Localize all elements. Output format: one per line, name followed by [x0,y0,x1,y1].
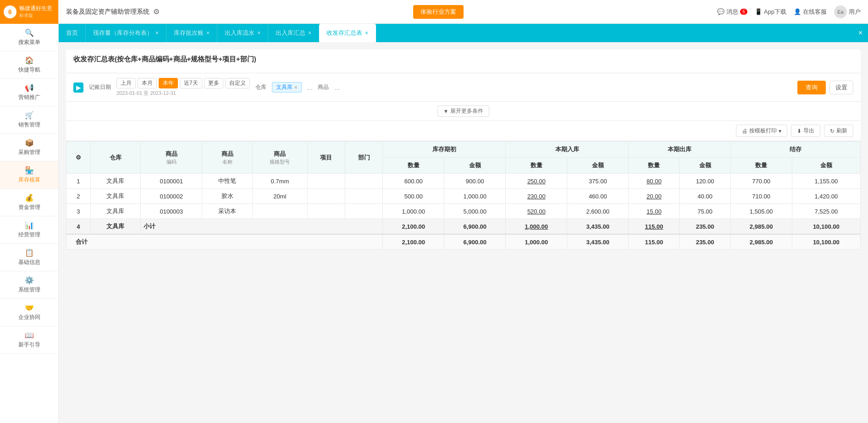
tab-close-recv-send[interactable]: × [365,30,368,36]
date-btn-custom[interactable]: 自定义 [225,78,250,88]
th-bal: 结存 [730,142,860,158]
filter-bar: ▶ 记账日期 上月 本月 本年 近7天 更多 自定义 2023-01-01 至 … [66,73,861,102]
cell-out-qty[interactable]: 15.00 [629,204,680,219]
tab-home[interactable]: 首页 [59,24,86,42]
total-label: 合计 [66,234,383,250]
cell-in-amt: 460.00 [567,189,629,204]
cell-in-qty[interactable]: 250.00 [506,174,567,189]
refresh-btn[interactable]: ↻ 刷新 [824,125,853,137]
cell-name: 胶水 [202,189,253,204]
th-name: 商品名称 [202,142,253,174]
date-btn-7days[interactable]: 近7天 [180,78,202,88]
sidebar-item-quick-nav[interactable]: 🏠快捷导航 [0,51,58,79]
export-btn[interactable]: ⬇ 导出 [791,125,820,137]
basic-icon: 📋 [25,248,34,257]
cell-bal-qty: 1,505.00 [730,204,792,219]
date-btn-cur-month[interactable]: 本月 [138,78,157,88]
tab-inout-summary[interactable]: 出入库汇总× [268,24,319,42]
cell-init-amt: 5,000.00 [444,204,506,219]
user-item[interactable]: Ea 用户 [834,5,861,18]
tab-batch[interactable]: 库存批次账× [166,24,217,42]
sidebar-item-collab[interactable]: 🤝企业协同 [0,299,58,326]
tab-label-batch: 库存批次账 [174,29,204,37]
print-btn[interactable]: 🖨 按模板打印 ▾ [736,125,787,137]
cell-out-qty[interactable]: 80.00 [629,174,680,189]
message-label: 消息 [726,8,738,16]
cell-out-qty[interactable]: 20.00 [629,189,680,204]
warehouse-tag[interactable]: 文具库 × [272,82,302,93]
sidebar-item-sales[interactable]: 🛒销售管理 [0,106,58,134]
finance-icon: 💰 [25,193,34,202]
experience-btn[interactable]: 体验行业方案 [413,5,464,19]
sub-out-qty[interactable]: 115.00 [629,219,680,235]
warehouse-tag-close[interactable]: × [294,84,298,91]
message-item[interactable]: 💬 消息 6 [717,8,747,16]
sidebar-item-stock[interactable]: 🏪库存核算 [0,161,58,189]
cell-init-qty: 1,000.00 [383,204,444,219]
sidebar-item-finance[interactable]: 💰资金管理 [0,189,58,216]
cell-spec: 20ml [252,189,307,204]
app-download-item[interactable]: 📱 App下载 [755,8,786,16]
app-download-label: App下载 [764,8,786,16]
query-btn[interactable]: 查询 [797,81,826,94]
goods-ellipsis[interactable]: ... [334,84,340,91]
total-out-qty: 115.00 [629,234,680,250]
cell-bal-amt: 1,155.00 [792,174,860,189]
tab-label-recv-send: 收发存汇总表 [326,29,362,37]
sidebar-item-system[interactable]: ⚙️系统管理 [0,271,58,299]
date-btn-prev-month[interactable]: 上月 [116,78,136,88]
th-settings[interactable]: ⚙ [66,142,91,174]
user-label: 用户 [849,8,861,16]
sidebar-item-operation[interactable]: 📊经营管理 [0,216,58,244]
date-btn-more[interactable]: 更多 [204,78,223,88]
online-service-item[interactable]: 👤 在线客服 [794,8,827,16]
user-avatar: Ea [834,5,847,18]
sub-out-amt: 235.00 [680,219,730,235]
sub-init-qty: 2,100.00 [383,219,444,235]
gear-icon[interactable]: ⚙ [153,7,160,16]
sidebar-item-search[interactable]: 🔍搜索菜单 [0,24,58,51]
page-title: 收发存汇总表(按仓库+商品编码+商品+规格型号+项目+部门) [73,55,853,64]
cell-in-qty[interactable]: 230.00 [506,189,567,204]
tab-close-batch[interactable]: × [206,30,210,36]
table-row: 1 文具库 0100001 中性笔 0.7mm 600.00 900.00 25… [66,174,861,189]
th-code: 商品编码 [141,142,202,174]
sidebar-item-guide[interactable]: 📖新手引导 [0,326,58,354]
print-dropdown-icon: ▾ [779,128,781,134]
warehouse-ellipsis[interactable]: ... [307,84,313,91]
tab-close-inout-summary[interactable]: × [308,30,311,36]
sidebar-item-basic[interactable]: 📋基础信息 [0,244,58,271]
cell-bal-amt: 7,525.00 [792,204,860,219]
sub-bal-amt: 10,100.00 [792,219,860,235]
close-all-tabs[interactable]: × [858,29,862,37]
topbar-right: 💬 消息 6 📱 App下载 👤 在线客服 Ea 用户 [717,5,861,18]
tab-inout-flow[interactable]: 出入库流水× [217,24,268,42]
th-in-qty: 数量 [506,158,567,174]
filter-toggle-btn[interactable]: ▶ [73,82,83,93]
tab-close-inout-flow[interactable]: × [257,30,260,36]
tab-stock-dist[interactable]: 现存量（库存分布表）× [86,24,166,42]
expand-conditions-btn[interactable]: ▼ 展开更多条件 [437,105,490,117]
cell-init-amt: 900.00 [444,174,506,189]
date-btn-cur-year[interactable]: 本年 [159,78,178,88]
th-bal-amt: 金额 [792,158,860,174]
topbar-left: 装备及固定资产辅助管理系统 ⚙ [66,7,160,16]
setting-btn[interactable]: 设置 [829,81,853,94]
cell-out-amt: 120.00 [680,174,730,189]
cell-in-qty[interactable]: 520.00 [506,204,567,219]
download-icon: 📱 [755,8,762,15]
cell-num: 2 [66,189,91,204]
date-label: 记账日期 [89,83,111,91]
sidebar-item-purchase[interactable]: 📦采购管理 [0,134,58,161]
sub-warehouse: 文具库 [90,219,141,235]
cell-bal-amt: 1,420.00 [792,189,860,204]
tab-close-stock-dist[interactable]: × [155,30,159,36]
total-init-qty: 2,100.00 [383,234,444,250]
expand-icon: ▼ [443,108,449,115]
tab-recv-send[interactable]: 收发存汇总表× [319,24,376,42]
date-btn-row: 上月 本月 本年 近7天 更多 自定义 [116,78,250,88]
th-in-amt: 金额 [567,158,629,174]
sidebar-item-marketing[interactable]: 📢营销推广 [0,79,58,106]
tab-label-inout-summary: 出入库汇总 [276,29,305,37]
sub-in-qty[interactable]: 1,000.00 [506,219,567,235]
